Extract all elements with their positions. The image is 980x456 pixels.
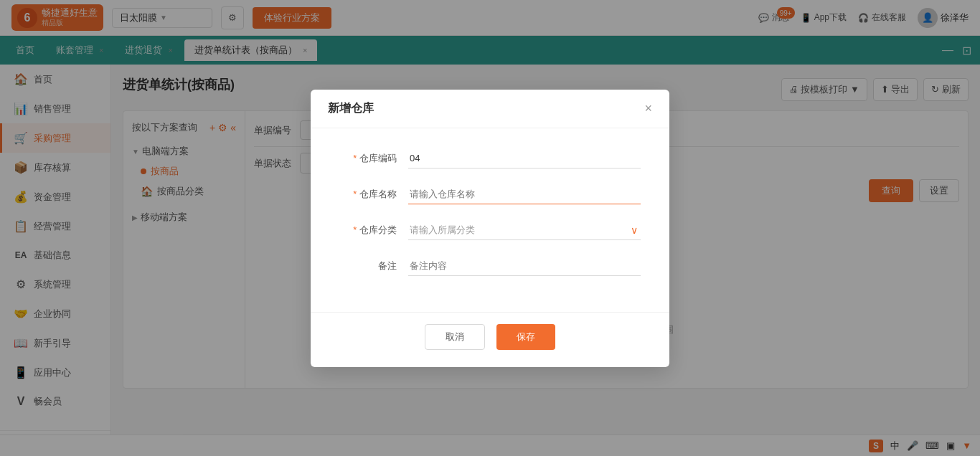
modal-close-button[interactable]: × xyxy=(644,102,652,115)
new-warehouse-modal: 新增仓库 × 仓库编码 仓库名称 仓库分类 请输入所属分类 ∨ xyxy=(311,90,669,367)
modal-title: 新增仓库 xyxy=(328,101,374,116)
form-row-category: 仓库分类 请输入所属分类 ∨ xyxy=(339,220,641,240)
category-select[interactable]: 请输入所属分类 xyxy=(408,220,641,240)
form-row-name: 仓库名称 xyxy=(339,184,641,204)
note-label: 备注 xyxy=(339,260,397,272)
name-label: 仓库名称 xyxy=(339,188,397,201)
modal-footer: 取消 保存 xyxy=(311,312,669,367)
code-label: 仓库编码 xyxy=(339,152,397,165)
code-input[interactable] xyxy=(408,148,641,168)
name-input[interactable] xyxy=(408,184,641,204)
form-row-code: 仓库编码 xyxy=(339,148,641,168)
modal-header: 新增仓库 × xyxy=(311,90,669,128)
modal-body: 仓库编码 仓库名称 仓库分类 请输入所属分类 ∨ 备注 xyxy=(311,128,669,312)
cancel-button[interactable]: 取消 xyxy=(425,324,485,350)
save-button[interactable]: 保存 xyxy=(496,324,555,350)
form-row-note: 备注 xyxy=(339,256,641,276)
note-input[interactable] xyxy=(408,256,641,276)
modal-overlay: 新增仓库 × 仓库编码 仓库名称 仓库分类 请输入所属分类 ∨ xyxy=(0,0,980,456)
category-select-wrapper: 请输入所属分类 ∨ xyxy=(408,220,641,240)
category-label: 仓库分类 xyxy=(339,224,397,237)
